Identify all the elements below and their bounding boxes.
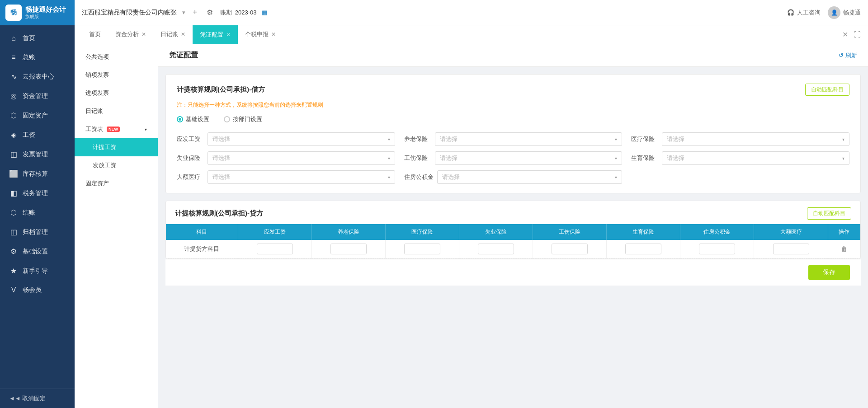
select-yiliao[interactable]: 请选择 ▾ [662,132,849,146]
select-shiye[interactable]: 请选择 ▾ [208,151,395,165]
sidebar-item-reports[interactable]: ∿ 云报表中心 [0,67,75,86]
chevron-down-icon: ▾ [388,175,390,180]
sidebar-item-fund[interactable]: ◎ 资金管理 [0,86,75,106]
select-gongshang[interactable]: 请选择 ▾ [435,151,623,165]
form-label: 生育保险 [631,154,658,162]
sidebar-item-general-ledger[interactable]: ≡ 总账 [0,48,75,67]
select-da-e-yiliao[interactable]: 请选择 ▾ [208,170,395,184]
col-subject: 科目 [166,224,238,240]
chevron-down-icon: ▾ [842,156,844,161]
credit-table-wrap: 科目 应发工资 养老保险 医疗保险 失业保险 工伤保险 生育保险 住房公积金 大… [166,224,860,258]
sidebar-item-label: 固定资产 [23,112,48,120]
chevron-down-icon: ▾ [842,137,844,142]
table-row: 计提贷方科目 🗑 [166,240,860,258]
add-tab-button[interactable]: + [191,8,199,17]
close-tab-icon[interactable]: ✕ [181,31,185,38]
support-button[interactable]: 🎧 人工咨询 [787,9,821,17]
tab-voucher-config[interactable]: 凭证配置 ✕ [193,25,238,44]
calendar-icon[interactable]: ▦ [262,9,267,16]
close-tab-icon[interactable]: ✕ [271,31,276,38]
sub-item-salary-table[interactable]: 工资表 NEW ▾ [75,120,158,138]
ledger-icon: ≡ [9,53,18,61]
sub-item-fixed-assets[interactable]: 固定资产 [75,174,158,192]
input-shengyu[interactable] [625,244,661,254]
archive-icon: ◫ [9,228,18,236]
col-shiye: 失业保险 [459,224,533,240]
tab-actions: ✕ ⛶ [842,30,861,39]
cell-ying-fa [238,240,311,258]
sidebar-item-tax[interactable]: ◧ 税务管理 [0,183,75,203]
select-zhufang[interactable]: 请选择 ▾ [437,170,623,184]
delete-row-icon[interactable]: 🗑 [841,245,847,253]
sidebar-item-invoice[interactable]: ◫ 发票管理 [0,145,75,164]
sidebar-item-guide[interactable]: ★ 新手引导 [0,261,75,281]
debit-section: 计提核算规则(公司承担)-借方 自动匹配科目 注：只能选择一种方式，系统将按照您… [165,74,861,193]
save-button[interactable]: 保存 [808,265,850,280]
sub-item-pay-salary[interactable]: 发放工资 [75,156,158,174]
col-shengyu: 生育保险 [607,224,680,240]
close-window-icon[interactable]: ✕ [842,30,848,39]
form-item-gongshang: 工伤保险 请选择 ▾ [404,151,623,165]
sidebar-item-label: 资金管理 [23,92,48,100]
assets-icon: ⬡ [9,111,18,120]
sidebar-item-archive[interactable]: ◫ 归档管理 [0,222,75,242]
select-ying-fa-gongzi[interactable]: 请选择 ▾ [208,132,395,146]
select-shengyu[interactable]: 请选择 ▾ [662,151,849,165]
expand-icon[interactable]: ⛶ [854,31,861,39]
sub-item-accrual-salary[interactable]: 计提工资 [75,138,158,156]
tax-icon: ◧ [9,189,18,197]
sub-item-public[interactable]: 公共选项 [75,48,158,66]
sidebar-item-settings[interactable]: ⚙ 基础设置 [0,242,75,261]
sub-item-purchase-invoice[interactable]: 进项发票 [75,84,158,102]
form-label: 养老保险 [404,135,431,143]
sidebar-item-inventory[interactable]: ⬜ 库存核算 [0,164,75,183]
close-tab-icon[interactable]: ✕ [226,32,231,38]
sidebar-item-home[interactable]: ⌂ 首页 [0,29,75,48]
debit-form-grid: 应发工资 请选择 ▾ 养老保险 请选择 ▾ [177,132,849,184]
sidebar-item-checkout[interactable]: ⬡ 结账 [0,203,75,222]
cell-da-e [754,240,828,258]
user-menu[interactable]: 👤 畅捷通 [828,6,861,19]
gear-icon[interactable]: ⚙ [205,8,215,17]
logo-sub: 旗舰版 [25,14,66,20]
radio-dept[interactable]: 按部门设置 [224,115,262,123]
vip-icon: V [9,286,18,294]
new-badge: NEW [107,127,120,132]
select-yanglao[interactable]: 请选择 ▾ [435,132,623,146]
sub-item-sales-invoice[interactable]: 销项发票 [75,66,158,84]
chevron-down-icon: ▾ [615,137,617,142]
radio-basic[interactable]: 基础设置 [177,115,209,123]
form-item-yiliao: 医疗保险 请选择 ▾ [631,132,849,146]
col-da-e: 大额医疗 [754,224,828,240]
sub-item-journal[interactable]: 日记账 [75,102,158,120]
input-zhufang[interactable] [699,244,735,254]
chevron-down-icon: ▾ [145,127,147,132]
input-shiye[interactable] [478,244,514,254]
auto-match-debit-button[interactable]: 自动匹配科目 [805,84,849,96]
input-ying-fa[interactable] [257,244,293,254]
tab-fund-analysis[interactable]: 资金分析 ✕ [108,25,153,44]
input-da-e[interactable] [773,244,809,254]
close-tab-icon[interactable]: ✕ [142,31,146,38]
input-yiliao[interactable] [404,244,440,254]
sidebar-item-salary[interactable]: ◈ 工资 [0,125,75,145]
tab-home[interactable]: 首页 [82,25,108,44]
input-yanglao[interactable] [330,244,367,254]
credit-section: 计提核算规则(公司承担)-贷方 自动匹配科目 科目 应发工资 养老保险 医疗保险 [165,201,861,259]
sidebar-item-vip[interactable]: V 畅会员 [0,281,75,300]
cell-yanglao [311,240,385,258]
chevron-down-icon[interactable]: ▾ [182,9,185,16]
sidebar-item-label: 新手引导 [23,267,48,275]
sidebar-item-fixed-assets[interactable]: ⬡ 固定资产 [0,106,75,125]
radio-group: 基础设置 按部门设置 [177,115,849,123]
sub-sidebar: 公共选项 销项发票 进项发票 日记账 工资表 NEW ▾ 计提工资 发放工资 [75,44,158,408]
form-item-shengyu: 生育保险 请选择 ▾ [631,151,849,165]
debit-section-title: 计提核算规则(公司承担)-借方 [177,85,265,94]
content-area: 公共选项 销项发票 进项发票 日记账 工资表 NEW ▾ 计提工资 发放工资 [75,44,868,408]
refresh-button[interactable]: ↺ 刷新 [839,52,857,60]
auto-match-credit-button[interactable]: 自动匹配科目 [807,207,851,220]
input-gongshang[interactable] [552,244,588,254]
tab-journal[interactable]: 日记账 ✕ [153,25,193,44]
tab-tax-report[interactable]: 个税申报 ✕ [238,25,283,44]
sidebar-unpin[interactable]: ◄◄ 取消固定 [0,389,75,408]
